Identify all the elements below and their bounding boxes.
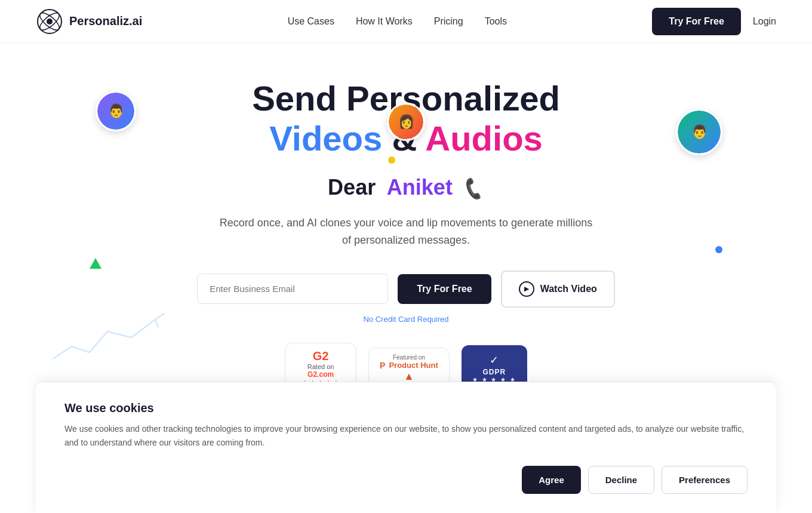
ph-logo: P bbox=[380, 361, 385, 370]
avatar-top: 👩 bbox=[387, 103, 425, 141]
cta-row: Try For Free ▶ Watch Video bbox=[12, 271, 800, 308]
nav-try-button[interactable]: Try For Free bbox=[652, 8, 740, 35]
g2-rated-label: Rated on bbox=[307, 363, 334, 370]
dot-yellow-decor bbox=[388, 156, 395, 164]
cookie-title: We use cookies bbox=[64, 401, 748, 415]
nav-pricing[interactable]: Pricing bbox=[434, 16, 463, 27]
svg-line-5 bbox=[155, 320, 158, 327]
phone-icon: 📞 bbox=[460, 176, 487, 202]
avatar-left: 👨 bbox=[96, 91, 136, 131]
cookie-banner: We use cookies We use cookies and other … bbox=[36, 382, 776, 418]
gdpr-check-icon: ✓ bbox=[490, 354, 499, 367]
email-input[interactable] bbox=[197, 274, 388, 304]
triangle-green-decor bbox=[90, 258, 102, 269]
hero-section: 👩 👨 👨 Send Personalized Videos & Audios … bbox=[0, 43, 812, 418]
logo-link[interactable]: Personaliz.ai bbox=[36, 8, 142, 35]
chart-decoration bbox=[48, 311, 167, 370]
avatar-right: 👨 bbox=[676, 109, 722, 155]
dear-text: Dear bbox=[328, 175, 376, 199]
nav-actions: Try For Free Login bbox=[652, 8, 776, 35]
try-free-button[interactable]: Try For Free bbox=[398, 274, 491, 304]
nav-links: Use Cases How It Works Pricing Tools bbox=[288, 16, 507, 27]
dot-blue-decor bbox=[715, 246, 722, 253]
nav-how-it-works[interactable]: How It Works bbox=[356, 16, 413, 27]
gdpr-label: GDPR bbox=[482, 368, 506, 376]
play-icon: ▶ bbox=[519, 281, 534, 297]
heading-videos: Videos bbox=[269, 119, 382, 158]
nav-use-cases[interactable]: Use Cases bbox=[288, 16, 334, 27]
g2-url: G2.com bbox=[307, 370, 334, 379]
hero-subtitle: Record once, and AI clones your voice an… bbox=[12, 214, 800, 249]
heading-audios: Audios bbox=[425, 119, 543, 158]
svg-point-1 bbox=[47, 19, 53, 24]
watch-video-button[interactable]: ▶ Watch Video bbox=[501, 271, 615, 308]
ph-name: Product Hunt bbox=[389, 361, 438, 370]
logo-icon bbox=[36, 8, 63, 35]
logo-text: Personaliz.ai bbox=[69, 14, 142, 28]
ph-featured-label: Featured on bbox=[393, 354, 425, 361]
nav-login-link[interactable]: Login bbox=[753, 16, 776, 27]
name-text: Aniket bbox=[387, 175, 453, 199]
navbar: Personaliz.ai Use Cases How It Works Pri… bbox=[0, 0, 812, 43]
nav-tools[interactable]: Tools bbox=[485, 16, 507, 27]
ph-triangle-icon: ▲ bbox=[404, 370, 414, 383]
hero-personal-line: Dear Aniket 📞 bbox=[12, 175, 800, 200]
svg-line-4 bbox=[155, 314, 164, 320]
